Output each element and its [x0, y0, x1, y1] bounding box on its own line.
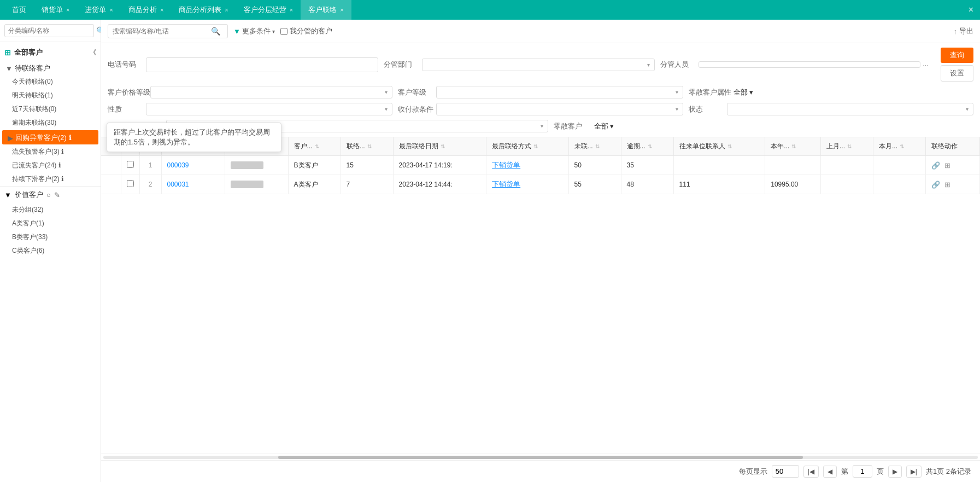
sidebar-item-a-class[interactable]: A类客户(1) — [0, 217, 101, 230]
gender-select[interactable]: ▾ — [146, 103, 392, 115]
export-icon: ↑ — [954, 27, 958, 36]
filter-customer-level: 客户等级 ▾ — [398, 86, 683, 98]
sidebar-group-repurchase-abnormal[interactable]: ▶ 回购异常客户(2) ℹ — [2, 130, 98, 144]
sidebar-search-input[interactable] — [4, 24, 94, 37]
person-dots-btn[interactable]: ··· — [920, 61, 931, 69]
sidebar-group-pending-contact[interactable]: ▼ 待联络客户 — [0, 61, 101, 75]
retail-customer-select[interactable]: 全部 ▾ — [592, 121, 616, 131]
sidebar-search-area: 🔍 — [0, 20, 101, 42]
my-customers-checkbox[interactable] — [280, 28, 287, 35]
row-last-contact-date-0: 2023-04-17 14:19: — [393, 156, 486, 175]
sidebar-item-7days-contact[interactable]: 近7天待联络(0) — [0, 102, 101, 116]
next-page-btn[interactable]: ▶ — [888, 466, 902, 478]
row-checkbox-1[interactable] — [127, 180, 134, 187]
filter-retail-customer: 零散客户 全部 ▾ — [554, 121, 973, 131]
row-last-contact-method-0[interactable]: 下销货单 — [486, 156, 568, 175]
price-level-caret-icon: ▾ — [385, 89, 388, 95]
price-level-select[interactable]: ▾ — [150, 86, 392, 98]
horizontal-scrollbar[interactable] — [101, 454, 980, 460]
sidebar-item-loss-warning[interactable]: 流失预警客户(3) ℹ — [0, 145, 101, 159]
filter-row-2: 客户价格等级 ▾ 客户等级 ▾ 零散客户属性 全部 — [108, 86, 973, 98]
nav-product-analysis-list[interactable]: 商品分析列表 × — [171, 0, 236, 20]
nav-customer-contact[interactable]: 客户联络 × — [301, 0, 351, 20]
sidebar-circle-icon[interactable]: ○ — [46, 191, 51, 199]
table-row: 1 000039 B类客户 15 2023-04-17 14:19: 下销货单 … — [101, 156, 980, 175]
sidebar-item-today-contact[interactable]: 今天待联络(0) — [0, 75, 101, 89]
filter-person: 分管人员 ··· — [660, 60, 931, 69]
row-this-year-0 — [765, 156, 821, 175]
my-customers-checkbox-area[interactable]: 我分管的客户 — [280, 26, 332, 36]
col-overdue[interactable]: 逾期...⇅ — [621, 137, 673, 156]
row-settings — [101, 175, 121, 194]
col-unreached[interactable]: 未联...⇅ — [568, 137, 621, 156]
per-page-select[interactable]: 50 100 — [772, 465, 799, 478]
row-customer-code-0[interactable]: 000039 — [161, 156, 225, 175]
person-input[interactable] — [699, 61, 920, 68]
main-search-input[interactable] — [113, 27, 211, 35]
sidebar-item-c-class[interactable]: C类客户(6) — [0, 244, 101, 258]
nav-customer-segment[interactable]: 客户分层经营 × — [236, 0, 301, 20]
col-action: 联络动作 — [926, 137, 980, 156]
customer-level-select[interactable]: ▾ — [436, 86, 683, 98]
action-grid-icon-0[interactable]: ⊞ — [944, 161, 950, 170]
nav-sales-order[interactable]: 销货单 × — [34, 0, 77, 20]
query-button[interactable]: 查询 — [941, 48, 973, 63]
sidebar-all-customers[interactable]: ⊞ 全部客户 《 — [0, 44, 101, 61]
close-purchase-order-icon[interactable]: × — [109, 7, 113, 13]
filter-icon: ▼ — [233, 27, 240, 36]
close-sales-order-icon[interactable]: × — [66, 7, 69, 13]
sidebar-item-declining[interactable]: 持续下滑客户(2) ℹ — [0, 172, 101, 186]
close-product-analysis-icon[interactable]: × — [160, 7, 163, 13]
pay-terms-select[interactable]: ▾ — [436, 103, 683, 115]
dept-select[interactable]: ▾ — [422, 59, 654, 71]
col-last-contact-method[interactable]: 最后联络方式⇅ — [486, 137, 568, 156]
retail-attr-select[interactable]: 全部 ▾ — [731, 88, 755, 97]
col-contact[interactable]: 联络...⇅ — [341, 137, 393, 156]
grid-icon: ⊞ — [4, 48, 11, 57]
row-customer-type-0: B类客户 — [288, 156, 341, 175]
sidebar-value-customers-header[interactable]: ▼ 价值客户 ○ ✎ — [0, 186, 101, 203]
search-bar: 🔍 ▼ 更多条件 ▾ 我分管的客户 ↑ 导出 — [101, 20, 980, 43]
phone-input[interactable] — [146, 57, 378, 72]
close-product-analysis-list-icon[interactable]: × — [225, 7, 228, 13]
col-last-contact-date[interactable]: 最后联络日期⇅ — [393, 137, 486, 156]
settings-button[interactable]: 设置 — [941, 65, 973, 82]
sidebar-item-overdue-contact[interactable]: 逾期未联络(30) — [0, 116, 101, 130]
page-number-input[interactable] — [853, 465, 872, 478]
first-page-btn[interactable]: |◀ — [803, 466, 819, 478]
col-customer-type[interactable]: 客户...⇅ — [288, 137, 341, 156]
nav-home[interactable]: 首页 — [4, 0, 34, 20]
filter-phone: 电话号码 — [108, 57, 378, 72]
col-last-month[interactable]: 上月...⇅ — [821, 137, 873, 156]
nav-purchase-order[interactable]: 进货单 × — [77, 0, 120, 20]
col-this-year[interactable]: 本年...⇅ — [765, 137, 821, 156]
sidebar-item-tomorrow-contact[interactable]: 明天待联络(1) — [0, 89, 101, 102]
filter-retail-attr: 零散客户属性 全部 ▾ — [689, 88, 973, 97]
row-customer-code-1[interactable]: 000031 — [161, 175, 225, 194]
sidebar-edit-icon[interactable]: ✎ — [54, 191, 60, 199]
action-link-icon-0[interactable]: 🔗 — [931, 161, 940, 170]
row-contact-1: 7 — [341, 175, 393, 194]
status-select[interactable]: ▾ — [727, 103, 973, 115]
more-conditions-btn[interactable]: ▼ 更多条件 ▾ — [233, 26, 275, 36]
close-all-tabs-icon[interactable]: × — [969, 5, 973, 15]
action-grid-icon-1[interactable]: ⊞ — [944, 181, 950, 189]
row-checkbox-0[interactable] — [127, 161, 134, 168]
col-this-month[interactable]: 本月...⇅ — [873, 137, 926, 156]
main-search-icon[interactable]: 🔍 — [211, 27, 220, 36]
main-layout: 🔍 ⊞ 全部客户 《 ▼ 待联络客户 今天待联络(0) 明天待联络(1) 近7天… — [0, 20, 980, 482]
action-link-icon-1[interactable]: 🔗 — [931, 181, 940, 189]
export-btn[interactable]: ↑ 导出 — [954, 26, 974, 36]
close-customer-segment-icon[interactable]: × — [290, 7, 293, 13]
col-company-contact[interactable]: 往来单位联系人⇅ — [673, 137, 765, 156]
last-page-btn[interactable]: ▶| — [906, 466, 922, 478]
nav-product-analysis[interactable]: 商品分析 × — [121, 0, 171, 20]
row-this-year-1: 10995.00 — [765, 175, 821, 194]
sidebar-item-unclassified[interactable]: 未分组(32) — [0, 203, 101, 217]
scrollbar-thumb[interactable] — [278, 456, 803, 459]
prev-page-btn[interactable]: ◀ — [823, 466, 837, 478]
sidebar-item-lost[interactable]: 已流失客户(24) ℹ — [0, 159, 101, 172]
close-customer-contact-icon[interactable]: × — [340, 7, 343, 13]
row-last-contact-method-1[interactable]: 下销货单 — [486, 175, 568, 194]
sidebar-item-b-class[interactable]: B类客户(33) — [0, 230, 101, 244]
